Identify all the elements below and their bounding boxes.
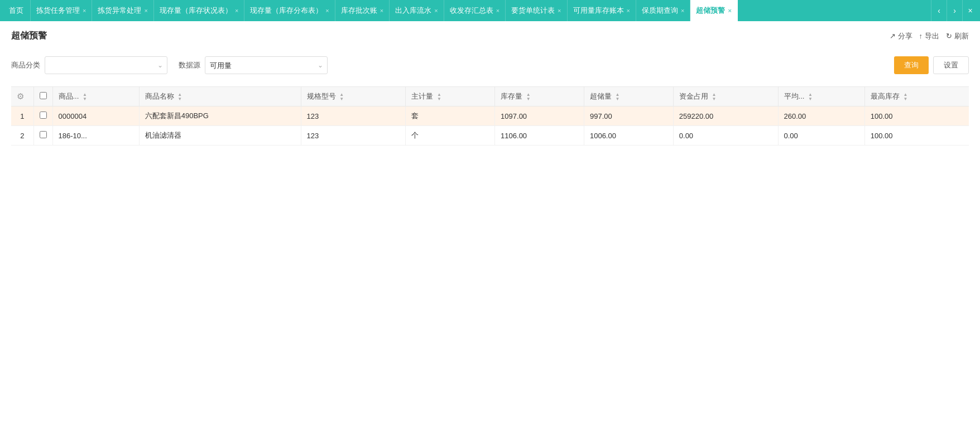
- sort-arrows-capital-usage[interactable]: ▲▼: [712, 93, 716, 101]
- product-name-1: 机油滤清器: [139, 126, 301, 146]
- table-row: 2 186-10... 机油滤清器 123 个 1106.00 1006.00 …: [11, 126, 969, 146]
- stock-1: 1106.00: [495, 126, 584, 146]
- product-name-0: 六配套新昌490BPG: [139, 106, 301, 126]
- tab-close-7[interactable]: ×: [558, 7, 561, 14]
- th-unit: 主计量 ▲▼: [406, 87, 495, 106]
- query-button[interactable]: 查询: [894, 56, 929, 74]
- tab-8[interactable]: 可用量库存账本×: [568, 0, 636, 21]
- page-title: 超储预警: [11, 30, 47, 42]
- home-tab[interactable]: 首页: [2, 0, 31, 21]
- tab-close-4[interactable]: ×: [380, 7, 383, 14]
- product-category-select[interactable]: [45, 56, 167, 74]
- spec-1: 123: [301, 126, 406, 146]
- tab-label-10: 超储预警: [696, 6, 725, 16]
- tab-close-9[interactable]: ×: [681, 7, 684, 14]
- product-category-filter: 商品分类 ⌄: [11, 56, 167, 74]
- th-checkbox: [33, 87, 52, 106]
- tab-label-0: 拣货任务管理: [36, 6, 80, 16]
- sort-arrows-over-stock[interactable]: ▲▼: [616, 93, 620, 101]
- tab-close-5[interactable]: ×: [434, 7, 438, 14]
- th-avg-label: 平均...: [784, 92, 805, 100]
- avg-1: 0.00: [778, 126, 864, 146]
- sort-arrows-stock[interactable]: ▲▼: [526, 93, 531, 101]
- tab-close-3[interactable]: ×: [325, 7, 329, 14]
- sort-arrows-max-stock[interactable]: ▲▼: [903, 93, 907, 101]
- arrow-close[interactable]: ×: [962, 0, 978, 21]
- filter-actions: 查询 设置: [894, 56, 969, 74]
- tab-close-10[interactable]: ×: [728, 7, 731, 14]
- arrow-right[interactable]: ›: [947, 0, 962, 21]
- spec-0: 123: [301, 106, 406, 126]
- sort-arrows-avg[interactable]: ▲▼: [808, 93, 813, 101]
- th-unit-label: 主计量: [411, 92, 433, 100]
- tab-2[interactable]: 现存量（库存状况表）×: [154, 0, 244, 21]
- tab-7[interactable]: 要货单统计表×: [506, 0, 567, 21]
- tab-1[interactable]: 拣货异常处理×: [92, 0, 153, 21]
- th-over-stock: 超储量 ▲▼: [584, 87, 673, 106]
- tab-label-6: 收发存汇总表: [450, 6, 493, 16]
- th-max-stock: 最高库存 ▲▼: [864, 87, 969, 106]
- table-row: 1 0000004 六配套新昌490BPG 123 套 1097.00 997.…: [11, 106, 969, 126]
- row-checkbox-1[interactable]: [33, 126, 52, 146]
- tab-9[interactable]: 保质期查询×: [636, 0, 690, 21]
- export-icon: ↑: [919, 32, 923, 40]
- row-checkbox-0[interactable]: [33, 106, 52, 126]
- page-header: 超储预警 ↗ 分享 ↑ 导出 ↻ 刷新: [11, 30, 969, 42]
- tab-6[interactable]: 收发存汇总表×: [444, 0, 506, 21]
- tab-close-1[interactable]: ×: [144, 7, 147, 14]
- table-header: ⚙ 商品... ▲▼ 商品名称 ▲▼ 规格型号 ▲▼ 主计: [11, 87, 969, 106]
- tab-0[interactable]: 拣货任务管理×: [31, 0, 92, 21]
- settings-icon[interactable]: ⚙: [17, 91, 24, 101]
- th-settings: ⚙: [11, 87, 33, 106]
- select-all-checkbox[interactable]: [40, 92, 47, 99]
- tab-3[interactable]: 现存量（库存分布表）×: [244, 0, 335, 21]
- refresh-button[interactable]: ↻ 刷新: [946, 31, 969, 41]
- tab-close-0[interactable]: ×: [83, 7, 86, 14]
- tab-label-3: 现存量（库存分布表）: [250, 6, 323, 16]
- over-stock-0: 997.00: [584, 106, 673, 126]
- arrow-left[interactable]: ‹: [931, 0, 947, 21]
- th-product-name-label: 商品名称: [145, 92, 174, 100]
- share-label: 分享: [898, 31, 912, 41]
- avg-0: 260.00: [778, 106, 864, 126]
- tab-10[interactable]: 超储预警×: [690, 0, 737, 21]
- share-icon: ↗: [890, 32, 896, 40]
- tab-label-4: 库存批次账: [341, 6, 377, 16]
- sort-arrows-product-code[interactable]: ▲▼: [83, 93, 87, 101]
- share-button[interactable]: ↗ 分享: [890, 31, 912, 41]
- sort-arrows-spec[interactable]: ▲▼: [339, 93, 344, 101]
- product-code-1: 186-10...: [52, 126, 139, 146]
- th-product-code-label: 商品...: [59, 92, 79, 100]
- export-label: 导出: [925, 31, 939, 41]
- data-source-select-wrap: 可用量 ⌄: [205, 56, 328, 74]
- tab-close-2[interactable]: ×: [235, 7, 238, 14]
- data-table: ⚙ 商品... ▲▼ 商品名称 ▲▼ 规格型号 ▲▼ 主计: [11, 86, 969, 146]
- max-stock-0: 100.00: [864, 106, 969, 126]
- settings-button[interactable]: 设置: [933, 56, 969, 74]
- tab-close-6[interactable]: ×: [496, 7, 499, 14]
- filter-row: 商品分类 ⌄ 数据源 可用量 ⌄ 查询 设置: [11, 51, 969, 80]
- row-check-1[interactable]: [40, 131, 47, 138]
- capital-usage-1: 0.00: [673, 126, 778, 146]
- tab-label-7: 要货单统计表: [511, 6, 555, 16]
- data-source-select[interactable]: 可用量: [205, 56, 328, 74]
- refresh-label: 刷新: [954, 31, 969, 41]
- stock-0: 1097.00: [495, 106, 584, 126]
- page-actions: ↗ 分享 ↑ 导出 ↻ 刷新: [890, 31, 969, 41]
- page-container: 超储预警 ↗ 分享 ↑ 导出 ↻ 刷新 商品分类 ⌄: [0, 21, 980, 446]
- product-category-label: 商品分类: [11, 60, 40, 70]
- product-code-0: 0000004: [52, 106, 139, 126]
- sort-arrows-product-name[interactable]: ▲▼: [177, 93, 182, 101]
- tab-label-8: 可用量库存账本: [573, 6, 624, 16]
- table-body: 1 0000004 六配套新昌490BPG 123 套 1097.00 997.…: [11, 106, 969, 146]
- th-stock-label: 库存量: [501, 92, 522, 100]
- row-check-0[interactable]: [40, 112, 47, 119]
- th-over-stock-label: 超储量: [590, 92, 612, 100]
- th-capital-usage-label: 资金占用: [679, 92, 708, 100]
- sort-arrows-unit[interactable]: ▲▼: [437, 93, 441, 101]
- tab-close-8[interactable]: ×: [627, 7, 630, 14]
- export-button[interactable]: ↑ 导出: [919, 31, 940, 41]
- tab-5[interactable]: 出入库流水×: [390, 0, 444, 21]
- tab-4[interactable]: 库存批次账×: [335, 0, 390, 21]
- th-stock: 库存量 ▲▼: [495, 87, 584, 106]
